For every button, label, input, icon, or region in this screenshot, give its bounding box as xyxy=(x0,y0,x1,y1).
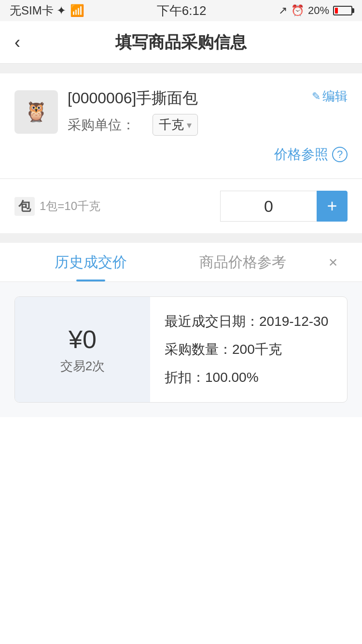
back-button[interactable]: ‹ xyxy=(14,32,20,53)
qty-unit-hint: 1包=10千克 xyxy=(40,198,100,214)
product-title: 手撕面包 xyxy=(136,89,198,107)
purchase-qty-row: 采购数量：200千克 xyxy=(165,339,333,360)
discount-value: 100.00% xyxy=(205,370,259,385)
wifi-icon: 📶 xyxy=(70,4,84,17)
status-left: 无SIM卡 ✦ 📶 xyxy=(10,3,84,18)
dropdown-arrow-icon: ▾ xyxy=(187,119,192,131)
discount-label: 折扣： xyxy=(165,370,205,385)
unit-select[interactable]: 千克 ▾ xyxy=(153,114,198,136)
edit-link[interactable]: ✎ 编辑 xyxy=(312,88,348,105)
unit-label: 采购单位： xyxy=(68,116,135,134)
price-card-right: 最近成交日期：2019-12-30 采购数量：200千克 折扣：100.00% xyxy=(150,297,347,402)
quantity-section: 包 1包=10千克 0 + xyxy=(0,179,362,233)
unit-value: 千克 xyxy=(159,116,184,133)
tabs-header: 历史成交价 商品价格参考 × xyxy=(0,243,362,282)
qty-plus-button[interactable]: + xyxy=(317,191,348,222)
carrier-text: 无SIM卡 ✦ xyxy=(10,3,66,18)
qty-left: 包 1包=10千克 xyxy=(14,197,100,216)
price-card: ¥0 交易2次 最近成交日期：2019-12-30 采购数量：200千克 折扣：… xyxy=(14,296,348,403)
alarm-icon: ⏰ xyxy=(291,4,304,17)
trade-count: 交易2次 xyxy=(60,358,105,375)
content-area xyxy=(0,417,362,644)
product-info-row: 采购单位： 千克 ▾ xyxy=(68,114,198,136)
nav-bar: ‹ 填写商品采购信息 xyxy=(0,21,362,64)
battery-percent: 20% xyxy=(308,4,329,17)
status-right: ↗ ⏰ 20% xyxy=(278,4,352,17)
price-amount: ¥0 xyxy=(69,325,97,354)
tab-product-price-ref[interactable]: 商品价格参考 xyxy=(167,243,319,281)
status-bar: 无SIM卡 ✦ 📶 下午6:12 ↗ ⏰ 20% xyxy=(0,0,362,21)
product-header: 🦉 [0000006]手撕面包 采购单位： 千克 ▾ ✎ 编辑 xyxy=(14,88,348,136)
qty-unit-badge: 包 xyxy=(14,197,35,216)
tab-history-label: 历史成交价 xyxy=(55,252,127,272)
product-card: 🦉 [0000006]手撕面包 采购单位： 千克 ▾ ✎ 编辑 xyxy=(0,73,362,178)
price-ref-link[interactable]: 价格参照 ? xyxy=(274,145,348,164)
location-icon: ↗ xyxy=(278,4,287,17)
history-content: ¥0 交易2次 最近成交日期：2019-12-30 采购数量：200千克 折扣：… xyxy=(0,282,362,417)
tabs-section: 历史成交价 商品价格参考 × ¥0 交易2次 最近成交日期：2019-12-30… xyxy=(0,243,362,417)
edit-label: 编辑 xyxy=(322,88,348,105)
tab-history-price[interactable]: 历史成交价 xyxy=(14,243,167,281)
recent-date-value: 2019-12-30 xyxy=(259,314,328,329)
recent-date-row: 最近成交日期：2019-12-30 xyxy=(165,311,333,332)
product-logo-icon: 🦉 xyxy=(24,100,48,123)
qty-input[interactable]: 0 xyxy=(220,191,317,222)
tab-close-button[interactable]: × xyxy=(319,243,348,281)
purchase-qty-label: 采购数量： xyxy=(165,342,232,357)
page-title: 填写商品采购信息 xyxy=(115,31,247,54)
help-icon[interactable]: ? xyxy=(332,147,348,162)
edit-icon: ✎ xyxy=(312,90,320,103)
purchase-qty-value: 200千克 xyxy=(232,342,282,357)
discount-row: 折扣：100.00% xyxy=(165,367,333,388)
product-name: [0000006]手撕面包 xyxy=(68,88,198,109)
product-left: 🦉 [0000006]手撕面包 采购单位： 千克 ▾ xyxy=(14,88,198,136)
price-currency: ¥ xyxy=(69,325,83,353)
price-card-left: ¥0 交易2次 xyxy=(15,297,150,402)
tab-price-ref-label: 商品价格参考 xyxy=(199,252,286,272)
product-thumbnail: 🦉 xyxy=(14,90,58,134)
status-time: 下午6:12 xyxy=(157,2,207,19)
qty-right: 0 + xyxy=(220,191,348,222)
price-ref-label: 价格参照 xyxy=(274,145,328,164)
recent-date-label: 最近成交日期： xyxy=(165,314,259,329)
battery-indicator xyxy=(333,6,352,15)
price-ref-row: 价格参照 ? xyxy=(14,145,348,164)
product-id: [0000006] xyxy=(68,89,136,107)
price-value: 0 xyxy=(83,325,97,353)
